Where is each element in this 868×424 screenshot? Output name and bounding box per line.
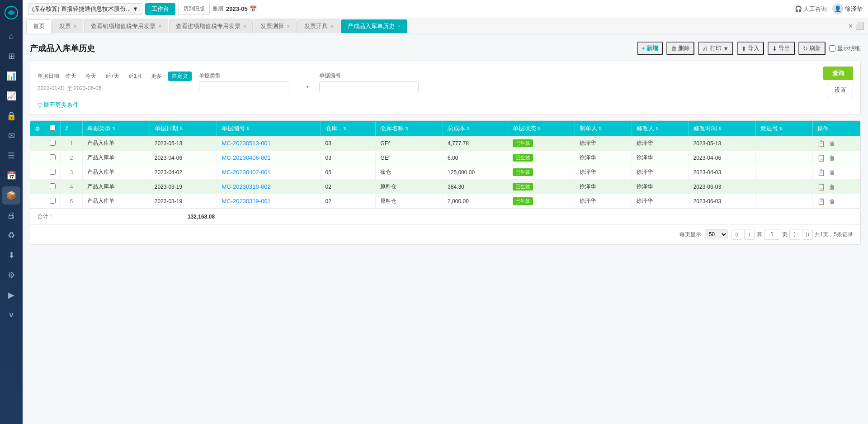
td-number-2[interactable]: MC-20230402-001 <box>217 165 321 180</box>
user-menu[interactable]: 👤 徐泽华 <box>832 4 863 14</box>
sidebar-item-list[interactable]: ☰ <box>2 147 20 165</box>
expand-more-button[interactable]: ▽ 展开更多条件 <box>38 101 853 109</box>
delete-icon-4[interactable]: 🗑 <box>829 198 835 205</box>
edit-icon-2[interactable]: 📋 <box>817 169 825 176</box>
td-number-3[interactable]: MC-20230319-002 <box>217 180 321 194</box>
delete-icon-2[interactable]: 🗑 <box>829 169 835 176</box>
row-checkbox-4[interactable] <box>50 198 56 204</box>
shortcut-custom[interactable]: 自定义 <box>168 71 192 81</box>
th-warehouse-name[interactable]: 仓库名称⇅ <box>376 121 443 136</box>
prev-page-button[interactable]: ⟨ <box>744 229 755 240</box>
sidebar-item-chart[interactable]: 📊 <box>2 67 20 85</box>
th-status[interactable]: 单据状态⇅ <box>508 121 575 136</box>
td-checkbox-4[interactable] <box>45 194 61 209</box>
sidebar-item-calendar[interactable]: 📅 <box>2 167 20 185</box>
sidebar-item-product[interactable]: 📦 <box>2 186 20 205</box>
shortcut-today[interactable]: 今天 <box>83 71 99 81</box>
tab-product-inbound[interactable]: 产成品入库单历史 × <box>341 19 407 33</box>
row-checkbox-1[interactable] <box>50 154 56 160</box>
last-page-button[interactable]: ⟩⟩ <box>802 229 813 240</box>
edit-icon-0[interactable]: 📋 <box>817 140 825 147</box>
delete-icon-1[interactable]: 🗑 <box>829 154 835 162</box>
tab-invoice-issue-close[interactable]: × <box>330 24 333 29</box>
td-checkbox-2[interactable] <box>45 165 61 180</box>
sidebar-item-recycle[interactable]: ♻ <box>2 226 20 244</box>
refresh-button[interactable]: ↻ 刷新 <box>798 42 826 55</box>
shortcut-7days[interactable]: 近7天 <box>103 71 122 81</box>
filter-setting-button[interactable]: 设置 <box>828 83 853 97</box>
th-voucher[interactable]: 凭证号⇅ <box>756 121 813 136</box>
first-page-button[interactable]: ⟨⟨ <box>731 229 742 240</box>
sidebar-item-version[interactable]: V <box>2 306 20 324</box>
th-type[interactable]: 单据类型⇅ <box>83 121 150 136</box>
type-select[interactable] <box>199 81 289 92</box>
new-button[interactable]: + 新增 <box>637 42 663 55</box>
sidebar-item-play[interactable]: ▶ <box>2 286 20 304</box>
td-number-0[interactable]: MC-20230513-001 <box>217 136 321 151</box>
tab-invoice-close[interactable]: × <box>74 24 76 29</box>
next-page-button[interactable]: ⟩ <box>789 229 800 240</box>
service-button[interactable]: 🎧 人工咨询 <box>795 5 827 13</box>
shortcut-more[interactable]: 更多 <box>148 71 165 81</box>
window-close-button[interactable]: × <box>849 22 853 30</box>
delete-icon-0[interactable]: 🗑 <box>829 140 835 147</box>
tab-sales-vat-close[interactable]: × <box>158 24 161 29</box>
th-checkbox[interactable] <box>45 121 61 136</box>
period-value[interactable]: 2023-05 📅 <box>226 5 257 12</box>
column-settings-icon[interactable]: ⚙ <box>35 125 40 132</box>
tab-purchase-vat[interactable]: 查看进项增值税专用发票 × <box>169 19 253 33</box>
row-number-link-1[interactable]: MC-20230406-001 <box>222 154 270 161</box>
tab-invoice-calc[interactable]: 发票测算 × <box>254 19 296 33</box>
workbench-button[interactable]: 工作台 <box>145 3 175 15</box>
shortcut-1month[interactable]: 近1月 <box>126 71 145 81</box>
window-maximize-button[interactable]: ⬜ <box>855 22 864 30</box>
row-checkbox-3[interactable] <box>50 183 56 189</box>
sidebar-item-settings[interactable]: ⚙ <box>2 266 20 284</box>
row-number-link-3[interactable]: MC-20230319-002 <box>222 183 270 190</box>
sidebar-item-print[interactable]: 🖨 <box>2 206 20 224</box>
tab-invoice-issue[interactable]: 发票开具 × <box>297 19 340 33</box>
td-checkbox-3[interactable] <box>45 180 61 194</box>
td-checkbox-0[interactable] <box>45 136 61 151</box>
td-number-1[interactable]: MC-20230406-001 <box>217 151 321 165</box>
edit-icon-4[interactable]: 📋 <box>817 198 825 205</box>
td-checkbox-1[interactable] <box>45 151 61 165</box>
sidebar-item-lock[interactable]: 🔒 <box>2 107 20 125</box>
switch-version-button[interactable]: 切到旧版 <box>178 3 210 15</box>
company-selector[interactable]: (库存核算) 直播轻捷通信息技术股份... ▼ <box>28 3 142 15</box>
select-all-checkbox[interactable] <box>50 125 56 131</box>
th-creator[interactable]: 制单人⇅ <box>575 121 632 136</box>
tab-product-inbound-close[interactable]: × <box>397 24 400 29</box>
number-filter-input[interactable] <box>319 81 419 92</box>
import-button[interactable]: ⬆ 导入 <box>737 42 764 55</box>
row-checkbox-2[interactable] <box>50 169 56 175</box>
tab-home[interactable]: 首页 <box>26 19 52 33</box>
search-button[interactable]: 查询 <box>823 67 853 80</box>
th-total-cost[interactable]: 总成本⇅ <box>443 121 508 136</box>
td-number-4[interactable]: MC-20230319-001 <box>217 194 321 209</box>
row-number-link-4[interactable]: MC-20230319-001 <box>222 198 270 205</box>
tab-purchase-vat-close[interactable]: × <box>243 24 246 29</box>
page-size-select[interactable]: 50 100 200 <box>705 229 728 239</box>
th-settings[interactable]: ⚙ <box>30 121 45 136</box>
delete-button[interactable]: 🗑 删除 <box>666 42 694 55</box>
th-warehouse-code[interactable]: 仓库...⇅ <box>321 121 376 136</box>
th-modifier[interactable]: 修改人⇅ <box>632 121 689 136</box>
th-modify-time[interactable]: 修改时间⇅ <box>689 121 756 136</box>
row-number-link-2[interactable]: MC-20230402-001 <box>222 169 270 176</box>
sidebar-item-home[interactable]: ⌂ <box>2 27 20 45</box>
tab-invoice-calc-close[interactable]: × <box>287 24 289 29</box>
export-button[interactable]: ⬇ 导出 <box>768 42 795 55</box>
show-detail-toggle[interactable]: 显示明细 <box>829 44 861 52</box>
sidebar-item-analytics[interactable]: 📈 <box>2 87 20 105</box>
sidebar-item-mail[interactable]: ✉ <box>2 127 20 145</box>
show-detail-checkbox[interactable] <box>829 45 835 52</box>
tab-invoice[interactable]: 发票 × <box>52 19 83 33</box>
edit-icon-3[interactable]: 📋 <box>817 183 825 191</box>
print-button[interactable]: 🖨 打印 ▼ <box>698 42 733 55</box>
tab-sales-vat[interactable]: 查看销项增值税专用发票 × <box>84 19 168 33</box>
row-number-link-0[interactable]: MC-20230513-001 <box>222 140 270 147</box>
page-input[interactable] <box>764 229 780 240</box>
th-date[interactable]: 单据日期⇅ <box>150 121 217 136</box>
shortcut-yesterday[interactable]: 昨天 <box>63 71 79 81</box>
